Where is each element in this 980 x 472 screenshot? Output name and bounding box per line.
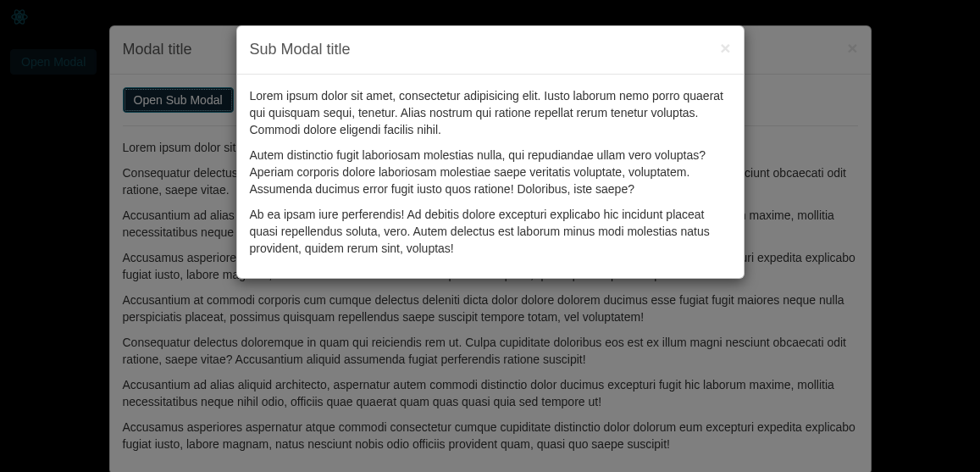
sub-modal-dialog: Sub Modal title × Lorem ipsum dolor sit … bbox=[236, 25, 745, 279]
sub-modal-title: Sub Modal title bbox=[250, 41, 351, 58]
sub-modal-paragraph: Lorem ipsum dolor sit amet, consectetur … bbox=[250, 87, 731, 138]
sub-modal-paragraph: Autem distinctio fugit laboriosam molest… bbox=[250, 147, 731, 197]
sub-modal-header: Sub Modal title × bbox=[237, 26, 744, 75]
sub-modal-body: Lorem ipsum dolor sit amet, consectetur … bbox=[237, 75, 744, 278]
sub-modal-paragraph: Ab ea ipsam iure perferendis! Ad debitis… bbox=[250, 206, 731, 257]
close-icon[interactable]: × bbox=[720, 39, 730, 57]
